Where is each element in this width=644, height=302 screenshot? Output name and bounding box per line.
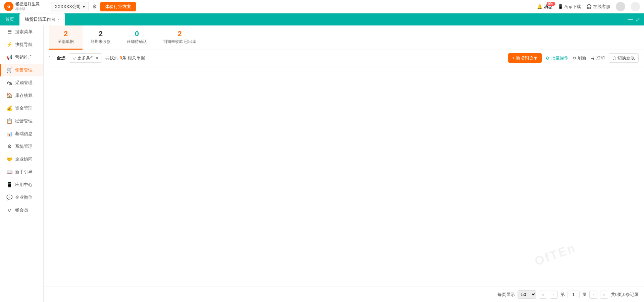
sidebar-item-search[interactable]: ☰ 搜索菜单	[0, 25, 43, 38]
sales-icon: 🛒	[6, 67, 12, 73]
tab-home[interactable]: 首页	[0, 13, 19, 25]
sidebar-item-member[interactable]: V 畅会员	[0, 204, 43, 217]
tab-maximize-icon[interactable]: ⤢	[636, 16, 640, 23]
quick-nav-icon: ⚡	[6, 42, 12, 48]
base-info-icon: 📊	[6, 131, 12, 137]
print-label: 打印	[596, 55, 605, 61]
stats-wangpu-count: 0	[127, 29, 147, 38]
toolbar: 全选 ▽ 更多条件 ▾ 共找到 0条 相关单据 + 新增销货单 ⚙ 批量操作 ↺	[44, 50, 644, 66]
bell-icon: 🔔	[537, 4, 542, 9]
refresh-icon: ↺	[573, 56, 576, 61]
table-area	[44, 66, 644, 287]
page-label: 第	[560, 292, 565, 298]
stats-tab-all[interactable]: 2 全部单据	[49, 25, 83, 50]
inventory-icon: 🏠	[6, 93, 12, 99]
online-service-button[interactable]: 🎧 在线客服	[586, 4, 610, 10]
app-version: 标准版	[15, 7, 40, 11]
header-right: 🔔 消息 99+ 📱 App下载 🎧 在线客服	[537, 2, 640, 11]
sidebar-item-inventory[interactable]: 🏠 库存核算	[0, 89, 43, 102]
select-all-checkbox[interactable]	[49, 56, 53, 60]
add-sales-order-button[interactable]: + 新增销货单	[508, 53, 542, 63]
sidebar-item-sales[interactable]: 🛒 销售管理	[0, 64, 43, 76]
print-button[interactable]: 🖨 打印	[590, 55, 605, 61]
sidebar-item-enterprise[interactable]: 🤝 企业协同	[0, 153, 43, 166]
finance-icon: 💰	[6, 105, 12, 111]
sidebar-item-marketing[interactable]: 📢 营销推广	[0, 51, 43, 64]
stats-all-label: 全部单据	[57, 39, 74, 45]
app-name: 畅捷通好生意	[15, 2, 40, 6]
tab-work-bench[interactable]: 钱货日清工作台 ×	[19, 13, 65, 25]
sidebar: ☰ 搜索菜单 ⚡ 快捷导航 📢 营销推广 🛒 销售管理 🛍 采购管理 🏠 库存核…	[0, 25, 44, 302]
pagination: 每页显示 50 100 200 « ‹ 第 页 › » 共0页,0条记录	[44, 287, 644, 302]
sidebar-item-system[interactable]: ⚙ 系统管理	[0, 140, 43, 153]
per-page-select[interactable]: 50 100 200	[518, 290, 536, 299]
tab-close-icon[interactable]: ×	[57, 17, 60, 22]
page-unit: 页	[582, 292, 587, 298]
top-header: 6 畅捷通好生意 标准版 XXXXXX公司 ▾ ⚙ 体验行业方案 🔔 消息 99…	[0, 0, 644, 13]
filter-dropdown-icon: ▾	[96, 56, 98, 61]
sidebar-item-weixin[interactable]: 💬 企业微信	[0, 191, 43, 204]
filter-button[interactable]: ▽ 更多条件 ▾	[69, 53, 102, 63]
search-menu-icon: ☰	[6, 29, 12, 35]
toolbar-left: 全选 ▽ 更多条件 ▾ 共找到 0条 相关单据	[49, 53, 145, 63]
total-records: 共0页,0条记录	[611, 292, 639, 298]
user-menu[interactable]	[631, 2, 640, 11]
tab-minimize-icon[interactable]: —	[628, 16, 633, 22]
sidebar-item-guide[interactable]: 📖 新手引导	[0, 166, 43, 178]
settings-icon[interactable]: ⚙	[92, 3, 97, 10]
avatar[interactable]	[616, 2, 625, 11]
sidebar-item-base-info[interactable]: 📊 基础信息	[0, 127, 43, 140]
sidebar-item-operations[interactable]: 📋 经营管理	[0, 115, 43, 127]
messages-button[interactable]: 🔔 消息 99+	[537, 4, 552, 10]
trial-button[interactable]: 体验行业方案	[100, 2, 136, 11]
weixin-icon: 💬	[6, 194, 12, 200]
purchase-icon: 🛍	[6, 80, 12, 86]
stats-wangpu-label: 旺铺待确认	[127, 39, 147, 45]
batch-icon: ⚙	[546, 56, 550, 61]
sidebar-item-quick-nav[interactable]: ⚡ 快捷导航	[0, 38, 43, 51]
toolbar-right: + 新增销货单 ⚙ 批量操作 ↺ 刷新 🖨 打印 ⬡ 切换新版	[508, 53, 639, 63]
main-layout: ☰ 搜索菜单 ⚡ 快捷导航 📢 营销推广 🛒 销售管理 🛍 采购管理 🏠 库存核…	[0, 25, 644, 302]
logo-icon: 6	[4, 2, 13, 11]
stats-tabs: 2 全部单据 2 到期未收款 0 旺铺待确认 2 到期未收款 已出库	[44, 25, 644, 50]
operations-icon: 📋	[6, 118, 12, 124]
batch-label: 批量操作	[551, 55, 569, 61]
print-icon: 🖨	[590, 56, 595, 61]
stats-overdue-label: 到期未收款	[91, 39, 111, 45]
service-icon: 🎧	[586, 4, 592, 9]
batch-operations-button[interactable]: ⚙ 批量操作	[546, 55, 569, 61]
page-number-input[interactable]	[568, 291, 580, 298]
app-download-button[interactable]: 📱 App下载	[558, 4, 581, 10]
per-page-label: 每页显示	[497, 292, 515, 298]
stats-all-count: 2	[57, 29, 74, 38]
company-selector[interactable]: XXXXXX公司 ▾	[51, 2, 89, 11]
stats-shipped-count: 2	[163, 29, 196, 38]
last-page-button[interactable]: »	[600, 291, 608, 299]
stats-tab-wangpu[interactable]: 0 旺铺待确认	[119, 25, 155, 50]
sidebar-item-finance[interactable]: 💰 资金管理	[0, 102, 43, 115]
stats-tab-overdue[interactable]: 2 到期未收款	[83, 25, 119, 50]
sidebar-item-purchase[interactable]: 🛍 采购管理	[0, 76, 43, 89]
nav-tabs: 首页 钱货日清工作台 × — ⤢	[0, 13, 644, 25]
marketing-icon: 📢	[6, 54, 12, 60]
switch-label: 切换新版	[618, 55, 635, 61]
member-icon: V	[6, 207, 12, 213]
sidebar-item-appstore[interactable]: 📱 应用中心	[0, 178, 43, 191]
next-page-button[interactable]: ›	[589, 291, 597, 299]
switch-icon: ⬡	[612, 56, 616, 61]
stats-tab-shipped[interactable]: 2 到期未收款 已出库	[155, 25, 204, 50]
result-count: 0	[120, 55, 122, 60]
switch-version-button[interactable]: ⬡ 切换新版	[609, 53, 639, 63]
first-page-button[interactable]: «	[539, 291, 547, 299]
messages-badge: 99+	[547, 2, 555, 6]
system-icon: ⚙	[6, 143, 12, 149]
refresh-label: 刷新	[578, 55, 586, 61]
prev-page-button[interactable]: ‹	[550, 291, 558, 299]
filter-label: 更多条件	[77, 55, 95, 61]
result-text: 共找到 0条 相关单据	[105, 55, 145, 61]
refresh-button[interactable]: ↺ 刷新	[573, 55, 586, 61]
appstore-icon: 📱	[6, 182, 12, 188]
filter-icon: ▽	[72, 56, 76, 61]
select-all-label: 全选	[57, 55, 65, 61]
stats-overdue-count: 2	[91, 29, 111, 38]
